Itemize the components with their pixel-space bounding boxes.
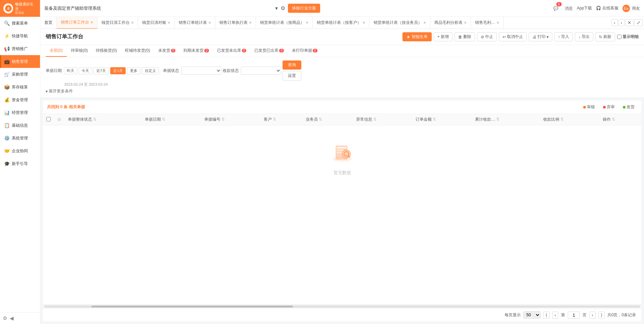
sidebar-item-2[interactable]: 📢营销推广 bbox=[0, 42, 40, 55]
page-size-select[interactable]: 50 100 200 bbox=[523, 311, 541, 319]
cancel-stop-btn[interactable]: ↩ 取消中止 bbox=[499, 32, 527, 41]
prev-page-btn[interactable]: ‹ bbox=[552, 312, 558, 319]
tab-0[interactable]: 首页 bbox=[40, 17, 57, 29]
sort-icon-4[interactable]: ⇅ bbox=[319, 117, 322, 122]
tab-8[interactable]: 销货单统计表（按业务员）✕ bbox=[370, 17, 430, 29]
tab-10[interactable]: 销售毛利…✕ bbox=[471, 17, 504, 29]
sidebar-item-7[interactable]: 📊经营管理 bbox=[0, 106, 40, 119]
settings-icon[interactable]: ⚙ bbox=[3, 315, 7, 321]
settings-btn[interactable]: 设置 bbox=[283, 71, 301, 81]
tab-close-10[interactable]: ✕ bbox=[497, 21, 499, 25]
industry-btn[interactable]: 体验行业方案 bbox=[288, 4, 320, 13]
sidebar-item-11[interactable]: 🎓新手引导 bbox=[0, 157, 40, 170]
tab-2[interactable]: 钱货日清工作台✕ bbox=[97, 17, 138, 29]
sort-icon-7[interactable]: ⇅ bbox=[496, 117, 500, 122]
date-btn-0[interactable]: 昨天 bbox=[64, 67, 77, 74]
sidebar-item-10[interactable]: 🤝企业协同 bbox=[0, 145, 40, 157]
table-op-0[interactable]: 审核 bbox=[581, 103, 598, 111]
sidebar-item-4[interactable]: 🛒采购管理 bbox=[0, 68, 40, 81]
tab-close-9[interactable]: ✕ bbox=[464, 21, 467, 25]
query-btn[interactable]: 查询 bbox=[283, 60, 301, 70]
tab-5[interactable]: 销售订单执行表✕ bbox=[215, 17, 256, 29]
date-btn-2[interactable]: 近7天 bbox=[93, 67, 109, 74]
message-area[interactable]: 💬6 消息 bbox=[553, 5, 573, 11]
refresh-btn[interactable]: ↻ 刷新 bbox=[595, 32, 615, 41]
sub-tab-8[interactable]: 未打印单据0 bbox=[288, 45, 321, 57]
tab-9[interactable]: 商品毛利分析表✕ bbox=[430, 17, 471, 29]
tab-close-5[interactable]: ✕ bbox=[249, 21, 252, 25]
select-all-checkbox[interactable] bbox=[46, 117, 51, 121]
sub-tab-0[interactable]: 全部(0) bbox=[46, 45, 67, 57]
smart-btn[interactable]: ★ 智能生单 bbox=[402, 32, 432, 41]
sidebar-item-5[interactable]: 📦库存核算 bbox=[0, 81, 40, 93]
tab-maximize[interactable]: ⤢ bbox=[634, 19, 643, 26]
tab-scroll-left[interactable]: ‹ bbox=[611, 19, 617, 26]
sidebar-item-6[interactable]: 💰资金管理 bbox=[0, 93, 40, 106]
sidebar-item-3[interactable]: 💼销售管理 bbox=[0, 55, 40, 68]
sub-tab-7[interactable]: 已发货已出库0 bbox=[250, 45, 288, 57]
show-detail-label[interactable]: 显示明细 bbox=[617, 34, 639, 40]
date-btn-4[interactable]: 更多 bbox=[127, 67, 140, 74]
tab-7[interactable]: 销货单统计表（按客户）✕ bbox=[313, 17, 370, 29]
sidebar-item-9[interactable]: ⚙️系统管理 bbox=[0, 132, 40, 145]
sort-icon-9[interactable]: ⇅ bbox=[612, 117, 615, 122]
date-btn-1[interactable]: 今天 bbox=[79, 67, 92, 74]
export-btn[interactable]: ↓ 导出 bbox=[575, 32, 593, 41]
first-page-btn[interactable]: ⟨ bbox=[543, 312, 550, 319]
date-btn-5[interactable]: 自定义 bbox=[142, 67, 159, 74]
tab-close-4[interactable]: ✕ bbox=[208, 21, 211, 25]
app-download[interactable]: App下载 bbox=[577, 5, 592, 11]
sidebar-item-1[interactable]: ⚡快捷导航 bbox=[0, 30, 40, 42]
tab-close-8[interactable]: ✕ bbox=[423, 21, 426, 25]
online-service[interactable]: 🎧 在线客服 bbox=[596, 5, 618, 11]
print-btn[interactable]: 🖨 打印 ▾ bbox=[529, 32, 552, 41]
sidebar-item-0[interactable]: 🔍搜索菜单 bbox=[0, 17, 40, 30]
tab-close-2[interactable]: ✕ bbox=[131, 21, 134, 25]
sidebar-item-8[interactable]: 📋基础信息 bbox=[0, 119, 40, 132]
expand-btn[interactable]: ▾ 展开更多条件 bbox=[46, 88, 639, 94]
status-select[interactable] bbox=[181, 67, 221, 75]
sort-icon-2[interactable]: ⇅ bbox=[221, 117, 225, 122]
sub-tab-4[interactable]: 未发货0 bbox=[154, 45, 180, 57]
sort-icon-0[interactable]: ⇅ bbox=[93, 117, 96, 122]
next-page-btn[interactable]: › bbox=[589, 312, 595, 319]
sub-tab-6[interactable]: 已发货未出库0 bbox=[213, 45, 251, 57]
date-btn-3[interactable]: 近1月 bbox=[110, 67, 126, 74]
sort-icon-1[interactable]: ⇅ bbox=[162, 117, 165, 122]
sort-icon-3[interactable]: ⇅ bbox=[273, 117, 276, 122]
table-scroll[interactable]: ⚙单据整体状态⇅单据日期⇅单据编号⇅客户⇅业务员⇅异常信息⇅订单金额⇅累计收款…… bbox=[43, 114, 641, 304]
sort-icon-6[interactable]: ⇅ bbox=[433, 117, 436, 122]
gear-topbar-icon[interactable]: ⚙ bbox=[281, 5, 285, 11]
sub-tab-5[interactable]: 到期未发货0 bbox=[179, 45, 213, 57]
tab-3[interactable]: 钱货日清对账✕ bbox=[138, 17, 175, 29]
delete-btn[interactable]: 🗑 删除 bbox=[455, 32, 475, 41]
user-area[interactable]: Ea 用友 bbox=[622, 5, 640, 12]
tab-6[interactable]: 销货单统计表（按商品）✕ bbox=[256, 17, 313, 29]
new-btn[interactable]: + 新增 bbox=[434, 32, 453, 41]
tab-close-all[interactable]: ✕ bbox=[625, 19, 634, 26]
tab-close-3[interactable]: ✕ bbox=[168, 21, 170, 25]
tab-4[interactable]: 销售订单统计表✕ bbox=[175, 17, 215, 29]
import-btn[interactable]: ↑ 导入 bbox=[554, 32, 573, 41]
payment-select[interactable] bbox=[241, 67, 281, 75]
table-op-2[interactable]: 发货 bbox=[620, 103, 637, 111]
collapse-icon[interactable]: ◀ bbox=[10, 315, 14, 321]
tab-close-6[interactable]: ✕ bbox=[306, 21, 308, 25]
show-detail-checkbox[interactable] bbox=[617, 35, 621, 39]
tab-close-1[interactable]: ✕ bbox=[90, 21, 93, 24]
sub-tab-2[interactable]: 待拣验货(0) bbox=[92, 45, 121, 57]
sort-icon-5[interactable]: ⇅ bbox=[373, 117, 377, 122]
last-page-btn[interactable]: ⟩ bbox=[598, 312, 605, 319]
sort-icon-8[interactable]: ⇅ bbox=[560, 117, 564, 122]
tab-1[interactable]: 销售订单工作台✕ bbox=[57, 17, 97, 29]
column-settings-icon[interactable]: ⚙ bbox=[57, 117, 61, 122]
sub-tab-3[interactable]: 旺铺待发货(0) bbox=[121, 45, 154, 57]
expand-icon[interactable]: ▾ bbox=[275, 5, 278, 11]
tab-close-7[interactable]: ✕ bbox=[362, 21, 365, 25]
stop-btn[interactable]: ⊘ 中止 bbox=[477, 32, 497, 41]
tab-scroll-right[interactable]: › bbox=[618, 19, 625, 26]
table-op-1[interactable]: 弃审 bbox=[600, 103, 617, 111]
page-input[interactable] bbox=[568, 312, 580, 319]
sub-tab-1[interactable]: 待审核(0) bbox=[67, 45, 92, 57]
sub-tab-badge-4: 0 bbox=[171, 49, 176, 52]
